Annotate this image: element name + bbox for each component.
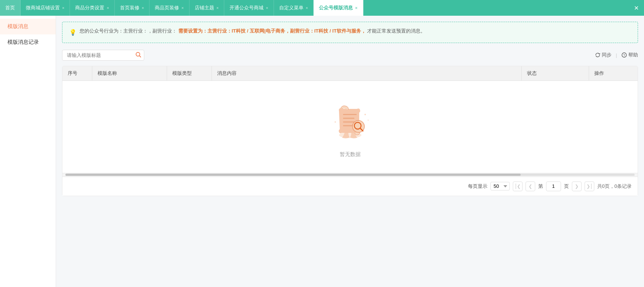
search-button[interactable]: [135, 52, 141, 59]
th-seq: 序号: [62, 66, 92, 80]
nav-tab-custommenu[interactable]: 自定义菜单 ×: [274, 0, 314, 16]
notice-text-suffix: 才能正常发送预置的消息。: [367, 28, 425, 34]
th-type: 模版类型: [167, 66, 212, 80]
svg-text:?: ?: [623, 54, 625, 57]
empty-illustration: [328, 100, 373, 144]
close-shop-settings[interactable]: ×: [62, 6, 64, 10]
scrollbar-area: [62, 173, 638, 177]
per-page-label: 每页显示: [468, 183, 487, 190]
sidebar-item-template-msg[interactable]: 模版消息: [0, 19, 56, 34]
close-all-button[interactable]: ✕: [629, 4, 644, 12]
th-status: 状态: [522, 66, 589, 80]
help-button[interactable]: ? 帮助: [622, 52, 638, 58]
nav-tab-theme[interactable]: 店铺主题 ×: [189, 0, 224, 16]
close-custommenu[interactable]: ×: [306, 6, 308, 10]
scrollbar-thumb[interactable]: [65, 174, 521, 176]
scrollbar-track[interactable]: [65, 174, 635, 176]
data-table: 序号 模版名称 模版类型 消息内容 状态 操作: [62, 66, 638, 196]
th-content: 消息内容: [212, 66, 522, 80]
nav-tab-homepage[interactable]: 首页装修 ×: [115, 0, 150, 16]
table-header: 序号 模版名称 模版类型 消息内容 状态 操作: [62, 66, 638, 81]
nav-tab-mall[interactable]: 开通公众号商城 ×: [224, 0, 274, 16]
last-page-button[interactable]: ❯⎮: [585, 181, 594, 191]
nav-tab-product[interactable]: 商品页装修 ×: [150, 0, 189, 16]
close-mall[interactable]: ×: [266, 6, 268, 10]
nav-tab-template[interactable]: 公众号模版消息 ×: [314, 0, 363, 16]
svg-point-14: [335, 121, 336, 123]
close-homepage[interactable]: ×: [142, 6, 144, 10]
empty-text: 暂无数据: [340, 151, 361, 158]
help-icon: ?: [622, 52, 627, 58]
empty-state: 暂无数据: [62, 81, 638, 173]
nav-tab-shop-settings[interactable]: 微商城店铺设置 ×: [21, 0, 70, 16]
total-info: 共0页，0条记录: [597, 183, 632, 190]
svg-point-12: [364, 114, 366, 115]
actions-divider: |: [616, 52, 617, 58]
th-ops: 操作: [589, 66, 638, 80]
sync-button[interactable]: 同步: [595, 52, 611, 58]
search-bar: 同步 | ? 帮助: [62, 50, 638, 61]
nav-tab-category[interactable]: 商品分类设置 ×: [70, 0, 114, 16]
close-template[interactable]: ×: [355, 6, 357, 10]
page-label: 页: [564, 183, 569, 190]
notice-box: 💡 您的公众号行业为：主营行业：，副营行业： 需要设置为：主营行业：IT科技 /…: [62, 22, 638, 43]
search-icon: [135, 52, 141, 58]
nav-tab-home[interactable]: 首页: [0, 0, 21, 16]
close-product[interactable]: ×: [181, 6, 184, 10]
next-page-button[interactable]: ❯: [572, 181, 582, 191]
notice-icon: 💡: [69, 28, 77, 37]
main-layout: 模版消息 模版消息记录 💡 您的公众号行业为：主营行业：，副营行业： 需要设置为…: [0, 16, 644, 287]
search-actions: 同步 | ? 帮助: [595, 52, 638, 58]
svg-line-1: [139, 56, 141, 57]
page-size-select: 50 10 20 100: [490, 182, 510, 190]
pagination: 每页显示 50 10 20 100 ⎮❮ ❮ 第 页 ❯ ❯⎮ 共0页，0条记录: [62, 177, 638, 196]
page-prefix: 第: [538, 183, 543, 190]
notice-text-prefix: 您的公众号行业为：主营行业：，副营行业：: [80, 28, 177, 34]
svg-point-13: [367, 119, 369, 120]
page-size-dropdown[interactable]: 50 10 20 100: [490, 182, 510, 190]
top-nav: 首页 微商城店铺设置 × 商品分类设置 × 首页装修 × 商品页装修 × 店铺主…: [0, 0, 644, 16]
content-area: 💡 您的公众号行业为：主营行业：，副营行业： 需要设置为：主营行业：IT科技 /…: [56, 16, 644, 287]
prev-page-button[interactable]: ❮: [526, 181, 535, 191]
search-input[interactable]: [62, 50, 144, 61]
search-input-wrap: [62, 50, 144, 61]
close-theme[interactable]: ×: [216, 6, 219, 10]
th-name: 模版名称: [92, 66, 167, 80]
page-number-input[interactable]: [546, 181, 561, 191]
first-page-button[interactable]: ⎮❮: [513, 181, 523, 191]
sidebar: 模版消息 模版消息记录: [0, 16, 56, 287]
sync-icon: [595, 52, 600, 58]
notice-text-bold: 需要设置为：主营行业：IT科技 / 互联网|电子商务，副营行业：IT科技 / I…: [178, 28, 366, 34]
close-category[interactable]: ×: [107, 6, 109, 10]
sidebar-item-template-log[interactable]: 模版消息记录: [0, 34, 56, 50]
